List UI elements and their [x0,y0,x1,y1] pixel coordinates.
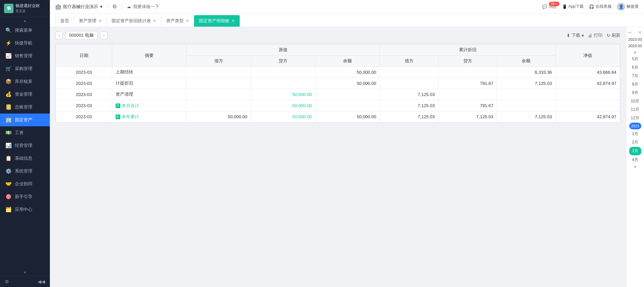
experience-icon: ☁ [127,4,131,9]
tab-asset-management[interactable]: 资产管理✕ [74,15,107,27]
cell-dep-debit: 7,125.03 [380,89,438,100]
app-download-icon: 📱 [562,4,567,9]
cell-orig-balance: 50,000.00 [315,111,380,123]
sidebar-item-label: 经营管理 [15,142,32,149]
cell-orig-credit: 50,000.00 [251,111,315,123]
col-original-value: 原值 [186,44,380,56]
sidebar-scroll-up[interactable]: ▲ [0,17,50,24]
sidebar-item-basic-info[interactable]: 📋基础信息 [0,152,50,165]
sidebar-item-label: 销售管理 [15,53,32,59]
tab-label-home: 首页 [60,18,69,24]
topbar-divider2 [122,3,122,10]
user-btn[interactable]: 👤 畅捷通 [617,3,639,11]
cell-net-value [555,100,620,111]
topbar-settings-icon[interactable]: ⚙ [112,3,117,10]
sidebar-bottom: ⚙ ◀◀ [0,276,50,287]
asset-name: 电脑 [85,33,94,38]
sidebar-scroll-down[interactable]: ▼ [0,269,50,276]
refresh-btn[interactable]: ↻ 刷新 [607,32,620,38]
sidebar-item-ledger[interactable]: 📒总账管理 [0,101,50,114]
cell-summary: 资产清理 [112,89,186,100]
basic-info-icon: 📋 [5,155,11,161]
asset-next-btn[interactable]: › [100,32,108,39]
timeline-month-10月[interactable]: 10月 [629,97,641,105]
app-download-btn[interactable]: 📱 App下载 [562,4,584,9]
sidebar-item-sales[interactable]: 📈销售管理 [0,50,50,62]
tab-label-asset-detail: 固定资产明细账 [199,18,229,24]
timeline-month-6月[interactable]: 6月 [629,63,641,72]
timeline-month-8月[interactable]: 8月 [629,80,641,89]
tab-depreciation-stats[interactable]: 固定资产折旧统计表✕ [107,15,161,27]
message-btn[interactable]: 💬 消息 99++ [542,4,557,9]
tab-close-asset-detail[interactable]: ✕ [232,19,235,23]
timeline-expand-icon[interactable]: ⇔ [628,30,632,35]
sidebar-item-operations[interactable]: 📊经营管理 [0,139,50,152]
sidebar-item-payroll[interactable]: 💵工资 [0,126,50,139]
col-summary: 摘要 [112,44,186,67]
logo-icon: 畅 [4,4,13,13]
tab-close-asset-management[interactable]: ✕ [98,19,102,23]
sidebar-item-enterprise[interactable]: 🤝企业协同 [0,178,50,190]
timeline-close-icon[interactable]: ✕ [638,30,642,35]
user-avatar: 👤 [617,3,625,11]
asset-detail-table: 日期 摘要 原值 累计折旧 净值 借方 贷方 余额 借方 贷方 余额 [55,44,620,123]
online-service-icon: 🎧 [589,4,594,9]
finance-icon: 💰 [5,91,11,97]
tab-close-asset-type[interactable]: ✕ [186,19,189,23]
timeline-month-2023[interactable]: 2023 [629,123,641,129]
timeline-month-9月[interactable]: 9月 [629,89,641,97]
app-logo: 畅 畅捷通好业财 普及版 [0,0,50,17]
settings-icon[interactable]: ⚙ [5,279,9,284]
timeline-up-arrow[interactable]: ▲ [633,50,637,54]
sidebar-item-label: 采购管理 [15,66,32,72]
timeline-month-1月[interactable]: 1月 [629,130,641,138]
inventory-icon: 📦 [5,78,11,85]
print-btn[interactable]: 🖨 打印 [588,32,603,38]
timeline-header2: 2023.03 [626,43,644,49]
cell-summary: 上期结转 [112,67,186,78]
sidebar-item-app-center[interactable]: 🗂️应用中心 [0,203,50,216]
tab-asset-detail[interactable]: 固定资产明细账✕ [194,15,240,27]
message-badge: 99++ [549,2,559,6]
user-name: 畅捷通 [626,4,639,9]
cell-date: 2023-03 [56,111,112,123]
cell-dep-balance: 7,125.03 [497,111,555,123]
tab-home[interactable]: 首页 [55,15,74,27]
experience-btn[interactable]: ☁ 我要体验一下 [127,4,159,10]
timeline-month-2月[interactable]: 2月 [629,138,641,147]
timeline-down-arrow[interactable]: ▼ [633,165,637,169]
collapse-icon[interactable]: ◀◀ [38,279,45,284]
cell-orig-balance: 50,000.00 [315,78,380,89]
sidebar-item-finance[interactable]: 💰资金管理 [0,88,50,101]
timeline-month-4月[interactable]: 4月 [629,156,641,164]
tab-asset-type[interactable]: 资产类型✕ [161,15,194,27]
timeline-month-5月[interactable]: 5月 [629,55,641,63]
sidebar-item-quick-nav[interactable]: ⚡快捷导航 [0,37,50,50]
sidebar-item-system[interactable]: ⚙️系统管理 [0,165,50,178]
timeline-month-3月[interactable]: 3月 [629,147,641,155]
sidebar-item-fixed-assets[interactable]: 🏢固定资产 [0,114,50,126]
cell-orig-balance [315,100,380,111]
sidebar-item-purchase[interactable]: 🛒采购管理 [0,62,50,75]
timeline-month-11月[interactable]: 11月 [629,105,641,114]
topbar-divider [107,3,108,10]
sidebar-item-label: 新手引导 [15,194,32,200]
toolbar-right: ⬇ 下载 ▾ 🖨 打印 ↻ 刷新 [566,32,620,38]
cell-dep-balance [497,89,555,100]
timeline-month-12月[interactable]: 12月 [629,114,641,122]
online-service-btn[interactable]: 🎧 在线客服 [589,4,612,9]
sidebar-item-guide[interactable]: 🎯新手引导 [0,190,50,203]
table-row: 2023-03 资产清理 50,000.00 7,125.03 [56,89,620,100]
tab-close-depreciation-stats[interactable]: ✕ [153,19,156,23]
refresh-label: 刷新 [612,32,620,38]
cell-dep-debit: 7,125.03 [380,111,438,123]
cell-dep-debit: 7,125.03 [380,100,438,111]
sidebar-item-inventory[interactable]: 📦库存核算 [0,75,50,88]
download-btn[interactable]: ⬇ 下载 ▾ [566,32,584,38]
cell-orig-debit: 50,000.00 [186,111,251,123]
sidebar-item-search[interactable]: 🔍搜索菜单 [0,24,50,37]
company-selector[interactable]: 🏥 医疗器械行业演示 ▾ [55,4,102,10]
col-date: 日期 [56,44,112,67]
timeline-month-7月[interactable]: 7月 [629,72,641,80]
asset-prev-btn[interactable]: ‹ [55,32,63,39]
